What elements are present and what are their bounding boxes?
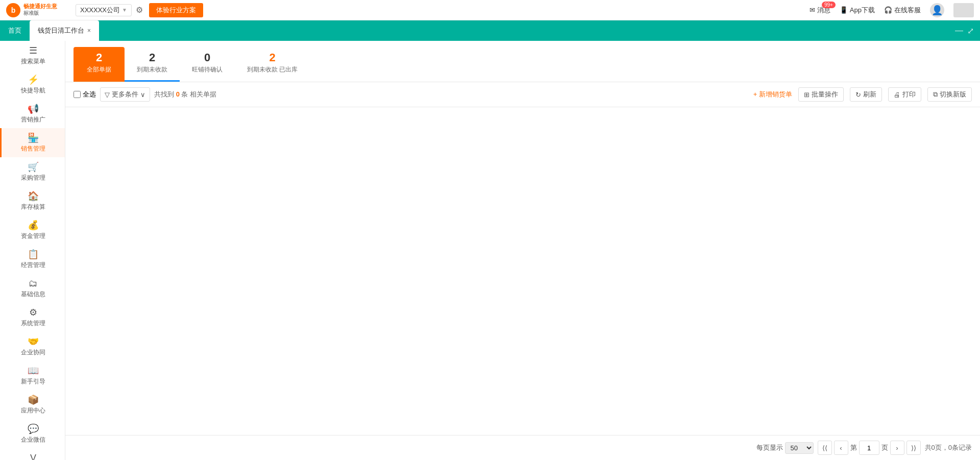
sidebar-item-search-menu[interactable]: ☰ 搜索菜单: [0, 41, 65, 70]
per-page-label: 每页显示: [756, 443, 783, 452]
page-label: 第: [850, 443, 857, 452]
online-service-label: 在线客服: [894, 6, 921, 15]
logo-icon: b: [6, 3, 20, 17]
sidebar-item-operations[interactable]: 📋 经营管理: [0, 245, 65, 274]
stat-label-all: 全部单据: [87, 65, 111, 74]
new-sale-order-button[interactable]: + 新增销货单: [751, 90, 792, 99]
chevron-down-icon: ▼: [122, 7, 127, 13]
trial-button[interactable]: 体验行业方案: [149, 3, 203, 17]
switch-version-button[interactable]: ⧉ 切换新版: [927, 87, 972, 102]
refresh-button[interactable]: ↻ 刷新: [850, 87, 882, 102]
company-name: XXXXXX公司: [80, 6, 120, 15]
per-page-dropdown[interactable]: 50 10 20 100: [785, 442, 814, 454]
found-text: 共找到 0 条 相关单据: [154, 90, 216, 99]
stat-tab-all[interactable]: 2 全部单据: [74, 47, 125, 82]
sidebar-item-system[interactable]: ⚙ 系统管理: [0, 303, 65, 332]
nav-tabs-right: — ⤢: [955, 26, 980, 36]
stat-label-overdue: 到期未收款: [137, 65, 167, 74]
batch-operation-button[interactable]: ⊞ 批量操作: [798, 87, 844, 102]
search-menu-icon: ☰: [29, 46, 37, 55]
app-download-icon: 📱: [840, 6, 848, 14]
page-nav: ⟨⟨ ‹ 第 页 › ⟩⟩: [818, 441, 921, 455]
sidebar-item-app-center[interactable]: 📦 应用中心: [0, 390, 65, 419]
sidebar-item-basic-info[interactable]: 🗂 基础信息: [0, 274, 65, 303]
print-button[interactable]: 🖨 打印: [888, 87, 921, 102]
pagination: 每页显示 50 10 20 100 ⟨⟨ ‹ 第 页 › ⟩⟩ 共0页，0条记录: [65, 435, 980, 460]
sidebar-item-finance[interactable]: 💰 资金管理: [0, 215, 65, 245]
online-service-item[interactable]: 🎧 在线客服: [884, 6, 921, 15]
sidebar-item-enterprise[interactable]: 🤝 企业协同: [0, 332, 65, 361]
stats-tabs: 2 全部单据 2 到期未收款 0 旺铺待确认 2 到期未收款 已出库: [65, 41, 980, 82]
prev-page-button[interactable]: ‹: [834, 441, 848, 455]
search-menu-label: 搜索菜单: [21, 57, 45, 66]
inventory-icon: 🏠: [28, 191, 39, 201]
sales-label: 销售管理: [21, 144, 45, 153]
filter-label: 更多条件: [112, 90, 138, 99]
filter-button[interactable]: ▽ 更多条件 ∨: [100, 87, 150, 102]
stat-num-all: 2: [96, 51, 102, 64]
logo-title: 畅捷通好生意: [23, 3, 57, 10]
sidebar: ☰ 搜索菜单 ⚡ 快捷导航 📢 营销推广 🏪 销售管理 🛒 采购管理 🏠 库存核…: [0, 41, 65, 460]
tab-close-icon[interactable]: ×: [87, 27, 91, 34]
quick-nav-label: 快捷导航: [21, 86, 45, 95]
member-icon: V: [30, 453, 36, 460]
print-icon: 🖨: [894, 91, 900, 99]
next-page-button[interactable]: ›: [890, 441, 904, 455]
stat-num-overdue: 2: [149, 51, 155, 64]
app-download-label: App下载: [850, 6, 875, 15]
active-tab[interactable]: 钱货日清工作台 ×: [30, 20, 99, 41]
sidebar-item-wechat[interactable]: 💬 企业微信: [0, 419, 65, 448]
home-tab[interactable]: 首页: [0, 20, 30, 41]
total-text: 共0页，0条记录: [925, 443, 972, 452]
purchase-icon: 🛒: [28, 162, 39, 172]
message-item[interactable]: ✉ 消息 99+: [810, 6, 830, 15]
logo-text-group: 畅捷通好生意 标准版: [23, 3, 57, 17]
stat-label-shipped: 到期未收款 已出库: [247, 65, 298, 74]
company-selector[interactable]: XXXXXX公司 ▼: [76, 4, 132, 16]
stat-tab-overdue[interactable]: 2 到期未收款: [125, 47, 180, 82]
app-download-item[interactable]: 📱 App下载: [840, 6, 875, 15]
operations-icon: 📋: [28, 250, 39, 259]
sidebar-item-purchase[interactable]: 🛒 采购管理: [0, 157, 65, 186]
select-all-input[interactable]: [74, 91, 81, 98]
purchase-label: 采购管理: [21, 174, 45, 182]
wechat-label: 企业微信: [21, 435, 45, 444]
enterprise-label: 企业协同: [21, 348, 45, 357]
sidebar-item-inventory[interactable]: 🏠 库存核算: [0, 186, 65, 215]
last-page-button[interactable]: ⟩⟩: [906, 441, 921, 455]
system-label: 系统管理: [21, 319, 45, 328]
first-page-button[interactable]: ⟨⟨: [818, 441, 832, 455]
avatar[interactable]: 👤: [930, 3, 944, 17]
sidebar-item-member[interactable]: V 畅会员: [0, 448, 65, 460]
message-icon: ✉: [810, 6, 815, 14]
topbar: b 畅捷通好生意 标准版 XXXXXX公司 ▼ ⚙ 体验行业方案 ✉ 消息 99…: [0, 0, 980, 20]
refresh-icon: ↻: [855, 91, 861, 99]
enterprise-icon: 🤝: [28, 337, 39, 346]
toolbar: 全选 ▽ 更多条件 ∨ 共找到 0 条 相关单据 + 新增销货单: [65, 82, 980, 107]
inventory-label: 库存核算: [21, 203, 45, 211]
select-all-label: 全选: [83, 90, 96, 99]
found-count: 0: [176, 90, 180, 98]
message-badge: 99+: [822, 2, 836, 8]
settings-icon[interactable]: ⚙: [136, 5, 143, 15]
user-name-display[interactable]: [953, 3, 974, 17]
wechat-icon: 💬: [28, 424, 39, 433]
select-all-checkbox[interactable]: 全选: [74, 90, 96, 99]
basic-info-label: 基础信息: [21, 290, 45, 299]
tab-maximize-icon[interactable]: ⤢: [967, 26, 974, 36]
sidebar-item-marketing[interactable]: 📢 营销推广: [0, 99, 65, 128]
finance-icon: 💰: [28, 221, 39, 230]
guide-icon: 📖: [28, 366, 39, 375]
tab-minimize-icon[interactable]: —: [955, 26, 963, 35]
page-input[interactable]: [859, 441, 879, 455]
stat-tab-pending[interactable]: 0 旺铺待确认: [180, 47, 235, 82]
toolbar-right: + 新增销货单 ⊞ 批量操作 ↻ 刷新 🖨 打印 ⧉ 切换新版: [751, 87, 972, 102]
topbar-right: ✉ 消息 99+ 📱 App下载 🎧 在线客服 👤: [810, 3, 974, 17]
stat-num-pending: 0: [204, 51, 210, 64]
marketing-icon: 📢: [28, 104, 39, 113]
stat-tab-shipped[interactable]: 2 到期未收款 已出库: [235, 47, 310, 82]
sidebar-item-sales[interactable]: 🏪 销售管理: [0, 128, 65, 157]
sidebar-item-guide[interactable]: 📖 新手引导: [0, 361, 65, 390]
app-center-icon: 📦: [28, 395, 39, 404]
sidebar-item-quick-nav[interactable]: ⚡ 快捷导航: [0, 70, 65, 99]
